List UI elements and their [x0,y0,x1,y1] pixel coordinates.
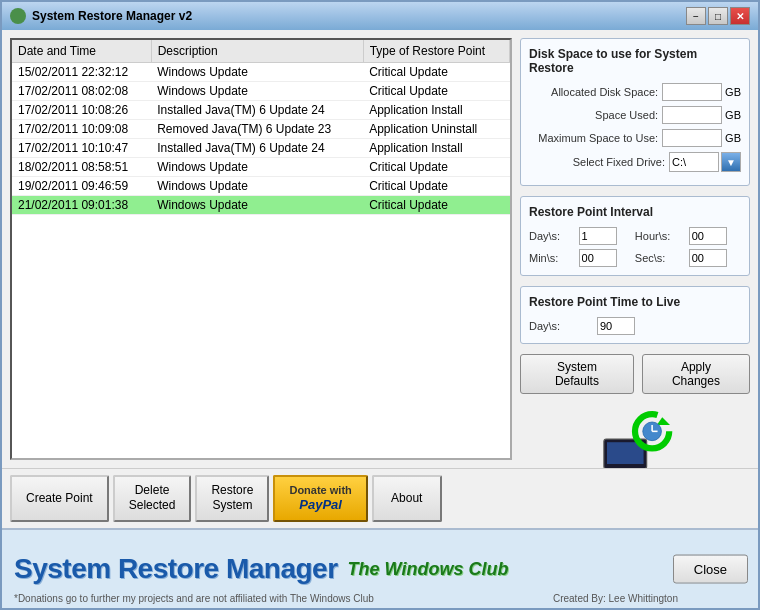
cell-description: Removed Java(TM) 6 Update 23 [151,120,363,139]
window-close-button[interactable]: ✕ [730,7,750,25]
table-header: Date and Time Description Type of Restor… [12,40,510,63]
cell-datetime: 19/02/2011 09:46:59 [12,177,151,196]
drive-dropdown-icon[interactable]: ▼ [721,152,741,172]
apply-changes-button[interactable]: Apply Changes [642,354,750,394]
window-controls: − □ ✕ [686,7,750,25]
donate-line1: Donate with [289,484,351,496]
left-panel: Date and Time Description Type of Restor… [10,38,512,460]
allocated-unit: GB [725,86,741,98]
restore-system-button[interactable]: RestoreSystem [195,475,269,522]
cell-type: Critical Update [363,196,509,215]
donate-line2: PayPal [299,497,342,512]
ttl-days-input[interactable] [597,317,635,335]
restore-icon-container [520,408,750,468]
cell-description: Installed Java(TM) 6 Update 24 [151,101,363,120]
cell-description: Windows Update [151,82,363,101]
table-row[interactable]: 15/02/2011 22:32:12 Windows Update Criti… [12,63,510,82]
cell-description: Windows Update [151,158,363,177]
interval-section: Restore Point Interval Day\s: Hour\s: Mi… [520,196,750,276]
col-description: Description [151,40,363,63]
secs-input[interactable] [689,249,727,267]
ttl-title: Restore Point Time to Live [529,295,741,309]
delete-selected-label: DeleteSelected [129,483,176,513]
main-content: Date and Time Description Type of Restor… [2,30,758,468]
cell-description: Windows Update [151,196,363,215]
col-datetime: Date and Time [12,40,151,63]
cell-datetime: 17/02/2011 10:09:08 [12,120,151,139]
cell-datetime: 15/02/2011 22:32:12 [12,63,151,82]
table-row[interactable]: 17/02/2011 10:09:08 Removed Java(TM) 6 U… [12,120,510,139]
restore-icon [595,408,675,468]
delete-selected-button[interactable]: DeleteSelected [113,475,192,522]
close-button[interactable]: Close [673,555,748,584]
space-used-label: Space Used: [595,109,658,121]
cell-datetime: 17/02/2011 10:10:47 [12,139,151,158]
table-row[interactable]: 18/02/2011 08:58:51 Windows Update Criti… [12,158,510,177]
maximize-button[interactable]: □ [708,7,728,25]
space-used-unit: GB [725,109,741,121]
svg-marker-5 [657,417,670,425]
mins-label: Min\s: [529,252,575,264]
about-button[interactable]: About [372,475,442,522]
max-space-label: Maximum Space to Use: [538,132,658,144]
logo-credit: Created By: Lee Whittington [553,593,678,604]
donate-paypal-button[interactable]: Donate with PayPal [273,475,367,522]
drive-value: C:\ [672,156,686,168]
disk-space-title: Disk Space to use for System Restore [529,47,741,75]
ttl-grid: Day\s: [529,317,741,335]
cell-description: Windows Update [151,63,363,82]
max-space-unit: GB [725,132,741,144]
drive-select-box[interactable]: C:\ [669,152,719,172]
cell-datetime: 21/02/2011 09:01:38 [12,196,151,215]
cell-type: Application Install [363,139,509,158]
hours-label: Hour\s: [635,230,685,242]
days-input[interactable] [579,227,617,245]
bottom-toolbar: Create Point DeleteSelected RestoreSyste… [2,468,758,528]
interval-grid: Day\s: Hour\s: Min\s: Sec\s: [529,227,741,267]
minimize-button[interactable]: − [686,7,706,25]
allocated-label: Allocated Disk Space: [551,86,658,98]
cell-description: Installed Java(TM) 6 Update 24 [151,139,363,158]
cell-type: Application Uninstall [363,120,509,139]
ttl-days-label: Day\s: [529,320,593,332]
table-row[interactable]: 19/02/2011 09:46:59 Windows Update Criti… [12,177,510,196]
title-bar: System Restore Manager v2 − □ ✕ [2,2,758,30]
table-row[interactable]: 21/02/2011 09:01:38 Windows Update Criti… [12,196,510,215]
drive-row: Select Fixed Drive: C:\ ▼ [529,152,741,172]
logo-disclaimer: *Donations go to further my projects and… [14,593,374,604]
days-label: Day\s: [529,230,575,242]
cell-datetime: 17/02/2011 08:02:08 [12,82,151,101]
hours-input[interactable] [689,227,727,245]
cell-type: Critical Update [363,82,509,101]
space-used-input[interactable] [662,106,722,124]
max-space-input[interactable] [662,129,722,147]
logo-subtitle: The Windows Club [348,559,509,580]
table-row[interactable]: 17/02/2011 10:08:26 Installed Java(TM) 6… [12,101,510,120]
logo-area: System Restore Manager The Windows Club … [2,528,758,608]
interval-title: Restore Point Interval [529,205,741,219]
cell-type: Critical Update [363,177,509,196]
main-window: System Restore Manager v2 − □ ✕ Date and… [0,0,760,610]
allocated-input[interactable] [662,83,722,101]
right-panel: Disk Space to use for System Restore All… [520,38,750,460]
system-defaults-button[interactable]: System Defaults [520,354,634,394]
table-row[interactable]: 17/02/2011 08:02:08 Windows Update Criti… [12,82,510,101]
cell-type: Critical Update [363,63,509,82]
cell-datetime: 17/02/2011 10:08:26 [12,101,151,120]
secs-label: Sec\s: [635,252,685,264]
create-point-button[interactable]: Create Point [10,475,109,522]
restore-table[interactable]: Date and Time Description Type of Restor… [10,38,512,460]
app-icon [10,8,26,24]
ttl-section: Restore Point Time to Live Day\s: [520,286,750,344]
mins-input[interactable] [579,249,617,267]
cell-description: Windows Update [151,177,363,196]
max-space-row: Maximum Space to Use: GB [529,129,741,147]
window-title: System Restore Manager v2 [32,9,686,23]
col-type: Type of Restore Point [363,40,509,63]
restore-system-label: RestoreSystem [211,483,253,513]
table-row[interactable]: 17/02/2011 10:10:47 Installed Java(TM) 6… [12,139,510,158]
cell-datetime: 18/02/2011 08:58:51 [12,158,151,177]
drive-select-group: C:\ ▼ [669,152,741,172]
disk-space-section: Disk Space to use for System Restore All… [520,38,750,186]
allocated-row: Allocated Disk Space: GB [529,83,741,101]
